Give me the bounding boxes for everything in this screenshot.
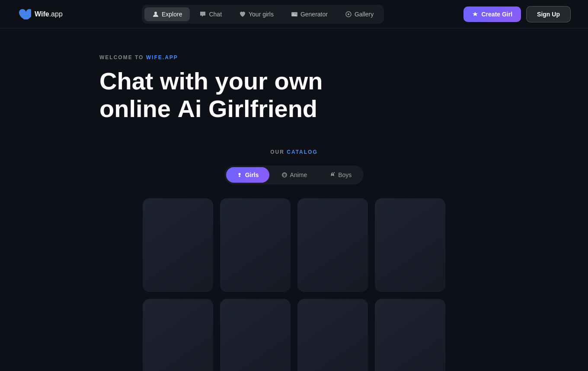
signup-button[interactable]: Sign Up xyxy=(526,6,571,22)
catalog-tabs: Girls Anime Boys xyxy=(99,165,489,184)
girls-icon xyxy=(236,172,243,178)
logo[interactable]: Wife.app xyxy=(17,7,63,21)
nav-your-girls[interactable]: Your girls xyxy=(231,7,281,21)
card-7[interactable] xyxy=(297,299,368,371)
svg-point-9 xyxy=(285,175,286,176)
logo-icon xyxy=(17,7,31,21)
card-1[interactable] xyxy=(143,198,213,292)
welcome-label: WELCOME TO WIFE.APP xyxy=(99,54,489,60)
card-4[interactable] xyxy=(375,198,445,292)
gallery-icon xyxy=(345,11,352,18)
catalog-section: OUR CATALOG Girls Anime xyxy=(0,140,588,371)
svg-point-4 xyxy=(348,13,349,15)
tab-girls[interactable]: Girls xyxy=(226,167,269,183)
image-icon xyxy=(291,11,298,18)
sparkle-icon xyxy=(472,11,478,17)
logo-text: Wife.app xyxy=(35,10,63,18)
heart-icon xyxy=(239,11,246,18)
header-actions: Create Girl Sign Up xyxy=(463,6,571,22)
boys-icon xyxy=(329,172,336,178)
tab-boys[interactable]: Boys xyxy=(319,167,362,183)
create-girl-button[interactable]: Create Girl xyxy=(463,6,521,22)
nav-explore[interactable]: Explore xyxy=(144,7,190,21)
cards-grid xyxy=(99,198,489,371)
user-icon xyxy=(152,11,159,18)
card-8[interactable] xyxy=(375,299,445,371)
card-2[interactable] xyxy=(220,198,291,292)
card-3[interactable] xyxy=(297,198,368,292)
tabs-container: Girls Anime Boys xyxy=(224,165,364,184)
hero-section: WELCOME TO WIFE.APP Chat with your own o… xyxy=(0,29,588,140)
chat-icon xyxy=(199,11,206,18)
nav-gallery[interactable]: Gallery xyxy=(337,7,381,21)
card-6[interactable] xyxy=(220,299,291,371)
anime-icon xyxy=(281,172,288,178)
svg-point-8 xyxy=(283,175,284,176)
card-5[interactable] xyxy=(143,299,213,371)
nav-chat[interactable]: Chat xyxy=(192,7,230,21)
svg-point-0 xyxy=(154,12,157,14)
main-nav: Explore Chat Your girls Generator xyxy=(142,5,384,24)
nav-generator[interactable]: Generator xyxy=(283,7,336,21)
svg-point-5 xyxy=(238,173,240,175)
hero-title: Chat with your own online Ai Girlfriend xyxy=(99,67,489,123)
catalog-label: OUR CATALOG xyxy=(99,149,489,155)
tab-anime[interactable]: Anime xyxy=(271,167,318,183)
